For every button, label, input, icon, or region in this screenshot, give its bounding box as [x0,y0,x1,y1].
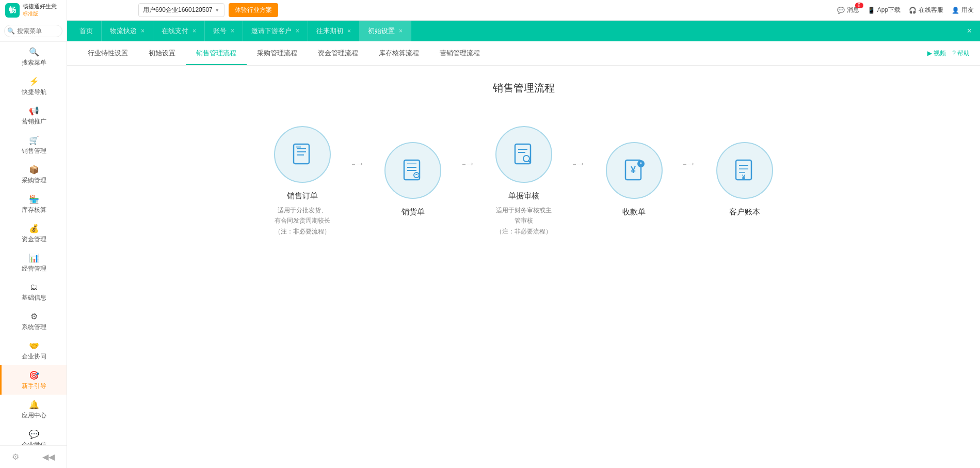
top-header: 畅 畅捷通好生意 标准版 用户690企业1660120507 ▼ 体验行业方案 … [0,0,980,21]
sidebar-item-search[interactable]: 🔍搜索菜单 [0,42,67,71]
sidebar-item-quick-nav[interactable]: ⚡快捷导航 [0,71,67,101]
nav-icon-inventory: 🏪 [29,194,39,204]
user-dropdown-arrow: ▼ [215,7,220,13]
sub-tabs-bar: 行业特性设置初始设置销售管理流程采购管理流程资金管理流程库存核算流程营销管理流程… [67,41,980,66]
step-name-customer-ledger: 客户账本 [729,207,760,217]
user-label: 用户690企业1660120507 [143,6,213,14]
nav-tab-close-invite-downstream[interactable]: × [296,27,299,35]
nav-tab-init-settings[interactable]: 初始设置× [360,21,411,41]
collapse-icon[interactable]: ◀◀ [40,450,57,464]
sub-tab-inventory-flow[interactable]: 库存核算流程 [368,41,429,65]
svg-point-9 [414,173,419,178]
sub-tab-sales-flow[interactable]: 销售管理流程 [186,41,247,65]
online-service-item[interactable]: 🎧 在线客服 [909,6,943,14]
nav-tab-logistics[interactable]: 物流快递× [102,21,153,41]
nav-tab-close-init-settings[interactable]: × [399,27,403,35]
svg-text:¥: ¥ [742,174,745,181]
nav-label-sys-mgmt: 系统管理 [22,323,46,332]
sidebar-item-enterprise-collab[interactable]: 🤝企业协同 [0,336,67,365]
nav-tab-label-online-pay: 在线支付 [162,26,188,36]
nav-tab-period-init[interactable]: 往来期初× [308,21,360,41]
process-step-customer-ledger[interactable]: ¥ 客户账本 [698,142,791,221]
sidebar-search-icon: 🔍 [7,27,15,35]
page-content: 行业特性设置初始设置销售管理流程采购管理流程资金管理流程库存核算流程营销管理流程… [67,41,980,468]
message-icon-item[interactable]: 💬 消息 6 [837,6,859,14]
sub-tab-purchase-flow[interactable]: 采购管理流程 [247,41,308,65]
app-download-item[interactable]: 📱 App下载 [867,6,901,14]
nav-icon-new-guide: 🎯 [29,370,39,380]
nav-label-finance-mgmt: 资金管理 [22,235,46,244]
nav-label-enterprise-wechat: 企业微信 [22,441,46,445]
nav-icon-ops-mgmt: 📊 [29,253,39,263]
avatar-icon: 👤 [952,7,959,14]
svg-text:*: * [640,162,642,167]
sidebar-item-marketing-promo[interactable]: 📢营销推广 [0,101,67,130]
sidebar-item-purchase-mgmt[interactable]: 📦采购管理 [0,160,67,189]
step-circle-sales-order [274,126,331,183]
nav-icon-search: 🔍 [29,47,39,57]
process-content: 销售管理流程 销售订单 适用于分批发货、有合同发货周期较长（注：非必要流程） ·… [67,66,980,252]
sidebar-item-base-info[interactable]: 🗂基础信息 [0,277,67,306]
nav-tab-label-invite-downstream: 邀请下游客户 [251,26,292,36]
nav-icon-enterprise-wechat: 💬 [29,429,39,439]
settings-bottom-icon[interactable]: ⚙ [10,450,21,464]
svg-rect-6 [407,163,416,164]
help-link[interactable]: ? 帮助 [952,49,970,58]
user-selector[interactable]: 用户690企业1660120507 ▼ [138,3,224,17]
header-right: 💬 消息 6 📱 App下载 🎧 在线客服 👤 用友 [837,6,974,14]
sub-tab-industry-settings[interactable]: 行业特性设置 [77,41,138,65]
user-avatar-item[interactable]: 👤 用友 [952,6,974,14]
nav-tab-close-period-init[interactable]: × [347,27,351,35]
nav-tab-account[interactable]: 账号× [205,21,243,41]
nav-icon-app-center: 🔔 [29,400,39,410]
process-step-doc-review[interactable]: 单据审核 适用于财务审核或主管审核（注：非必要流程） [477,126,570,237]
experience-btn[interactable]: 体验行业方案 [229,3,278,17]
nav-tab-invite-downstream[interactable]: 邀请下游客户× [243,21,308,41]
nav-icon-sys-mgmt: ⚙ [30,311,38,321]
sub-tab-marketing-flow[interactable]: 营销管理流程 [429,41,490,65]
step-name-sales-delivery: 销货单 [401,207,425,217]
nav-icon-finance-mgmt: 💰 [29,224,39,233]
process-step-sales-order[interactable]: 销售订单 适用于分批发货、有合同发货周期较长（注：非必要流程） [256,126,349,237]
step-circle-receipt: ¥ * [606,142,663,199]
nav-tab-close-online-pay[interactable]: × [192,27,196,35]
nav-tab-label-account: 账号 [213,26,227,36]
nav-icon-base-info: 🗂 [30,283,38,292]
sidebar-item-sys-mgmt[interactable]: ⚙系统管理 [0,306,67,336]
sidebar-item-new-guide[interactable]: 🎯新手引导 [0,365,67,395]
sidebar-nav: 🔍搜索菜单⚡快捷导航📢营销推广🛒销售管理📦采购管理🏪库存核算💰资金管理📊经营管理… [0,42,67,445]
online-service-label: 在线客服 [919,6,943,14]
nav-tab-home[interactable]: 首页 [71,21,102,41]
nav-tab-close-account[interactable]: × [231,27,234,35]
close-all-tabs[interactable]: × [963,26,976,36]
main-wrapper: 首页物流快递×在线支付×账号×邀请下游客户×往来期初×初始设置×× 行业特性设置… [67,21,980,468]
nav-tab-label-init-settings: 初始设置 [368,26,395,36]
sub-tab-init-settings[interactable]: 初始设置 [138,41,186,65]
play-icon: ▶ [927,50,932,57]
process-step-sales-delivery[interactable]: 销货单 [366,142,459,221]
sidebar-item-app-center[interactable]: 🔔应用中心 [0,395,67,424]
sidebar-search-area: 🔍 [0,21,67,42]
process-arrow-1: ···→ [351,158,364,169]
nav-label-marketing-promo: 营销推广 [22,117,46,126]
sidebar-item-enterprise-wechat[interactable]: 💬企业微信 [0,424,67,445]
nav-tab-online-pay[interactable]: 在线支付× [153,21,205,41]
sidebar-item-inventory[interactable]: 🏪库存核算 [0,189,67,219]
step-circle-doc-review [495,126,552,183]
sidebar-item-sales-mgmt[interactable]: 🛒销售管理 [0,130,67,160]
sidebar: 🔍 🔍搜索菜单⚡快捷导航📢营销推广🛒销售管理📦采购管理🏪库存核算💰资金管理📊经营… [0,0,67,468]
sidebar-item-ops-mgmt[interactable]: 📊经营管理 [0,248,67,277]
video-link[interactable]: ▶ 视频 [927,49,946,58]
nav-label-inventory: 库存核算 [22,206,46,214]
sub-tab-finance-flow[interactable]: 资金管理流程 [308,41,368,65]
process-step-receipt[interactable]: ¥ * 收款单 [588,142,681,221]
nav-label-enterprise-collab: 企业协同 [22,352,46,361]
nav-tab-label-home: 首页 [79,26,93,36]
process-flow: 销售订单 适用于分批发货、有合同发货周期较长（注：非必要流程） ···→ 销货单… [88,126,959,237]
sub-tabs-actions: ▶ 视频 ? 帮助 [927,49,970,58]
nav-tab-close-logistics[interactable]: × [141,27,144,35]
process-arrow-4: ···→ [683,158,696,169]
sidebar-item-finance-mgmt[interactable]: 💰资金管理 [0,219,67,248]
step-circle-customer-ledger: ¥ [716,142,773,199]
nav-label-ops-mgmt: 经营管理 [22,264,46,273]
